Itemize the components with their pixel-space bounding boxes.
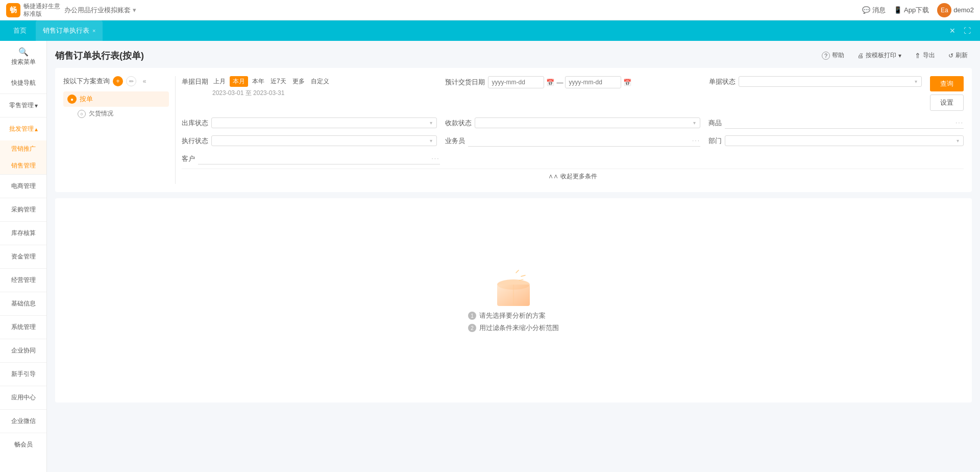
sidebar-item-newbie[interactable]: 新手引导: [0, 362, 46, 386]
tab-home[interactable]: 首页: [6, 20, 34, 41]
logo-text: 畅捷通好生意 标准版: [23, 3, 60, 17]
customer-more-icon[interactable]: ···: [432, 155, 440, 162]
edit-scheme-button[interactable]: ✏: [126, 76, 136, 86]
app-icon: 📱: [894, 6, 902, 14]
export-button[interactable]: ⇑ 导出: [911, 49, 939, 62]
out-status-select[interactable]: ▾: [211, 117, 437, 128]
sidebar-item-wechat[interactable]: 企业微信: [0, 409, 46, 433]
salesman-more-icon[interactable]: ···: [692, 137, 700, 144]
scheme-icon: ●: [67, 95, 77, 104]
goods-input[interactable]: ···: [725, 117, 964, 129]
app-download-button[interactable]: 📱 App下载: [894, 6, 929, 15]
tab-sales-order[interactable]: 销售订单执行表 ×: [36, 20, 103, 41]
tab-bar: 首页 销售订单执行表 × ✕ ⛶: [0, 20, 980, 41]
sidebar-item-system[interactable]: 系统管理: [0, 315, 46, 339]
top-bar: 畅 畅捷通好生意 标准版 办公用品行业模拟账套 ▾ 💬 消息 📱 App下载 E…: [0, 0, 980, 20]
step-1-badge: 1: [468, 312, 476, 320]
salesman-input[interactable]: ···: [468, 135, 700, 147]
refresh-icon: ↺: [948, 52, 953, 59]
sidebar-item-search[interactable]: 🔍 搜索菜单: [0, 41, 46, 73]
page-inner: 销售订单执行表(按单) ? 帮助 🖨 按模板打印 ▾ ⇑: [47, 41, 980, 411]
tab-maximize-button[interactable]: ⛶: [961, 26, 974, 36]
empty-step-2: 2 用过滤条件来缩小分析范围: [468, 323, 559, 333]
date-tab-this-year[interactable]: 本年: [250, 76, 266, 87]
print-button[interactable]: 🖨 按模板打印 ▾: [853, 49, 905, 62]
order-status-select[interactable]: ▾: [739, 76, 922, 87]
breadcrumb: 办公用品行业模拟账套 ▾: [64, 6, 136, 15]
collect-status-field: 收款状态 ▾: [445, 117, 700, 128]
sidebar-item-member[interactable]: 畅会员: [0, 433, 46, 456]
date-tab-more[interactable]: 更多: [290, 76, 307, 87]
expected-date-label: 预计交货日期: [445, 78, 485, 87]
sidebar-item-marketing[interactable]: 营销推广: [0, 140, 46, 157]
customer-input[interactable]: ···: [198, 153, 440, 164]
sidebar-item-basic[interactable]: 基础信息: [0, 292, 46, 315]
customer-label: 客户: [182, 154, 195, 163]
sidebar-item-finance[interactable]: 资金管理: [0, 245, 46, 268]
reset-button[interactable]: 设置: [930, 95, 964, 111]
message-button[interactable]: 💬 消息: [862, 6, 886, 15]
date-tabs: 上月 本月 本年 近7天 更多 自定义: [211, 76, 331, 87]
query-buttons: 查询 设置: [930, 76, 964, 111]
dept-field: 部门 ▾: [708, 135, 964, 146]
empty-illustration: [485, 265, 542, 311]
goods-more-icon[interactable]: ···: [955, 119, 964, 126]
date-field: 单据日期 上月 本月 本年 近7天 更多 自定义: [182, 76, 437, 98]
sidebar-item-purchase[interactable]: 采购管理: [0, 198, 46, 221]
collapse-up-icon: ∧∧: [548, 173, 558, 180]
collapse-scheme-button[interactable]: «: [139, 76, 150, 86]
help-button[interactable]: ? 帮助: [818, 49, 848, 62]
help-icon: ?: [822, 52, 830, 60]
filter-layout: 按以下方案查询 + ✏ « ● 按单 ○ 欠货情况: [63, 76, 964, 184]
dept-select[interactable]: ▾: [725, 135, 964, 146]
page-content: 销售订单执行表(按单) ? 帮助 🖨 按模板打印 ▾ ⇑: [47, 41, 980, 472]
sidebar-item-retail[interactable]: 零售管理 ▾: [0, 93, 46, 117]
scheme-by-order[interactable]: ● 按单: [63, 91, 169, 107]
exec-status-select[interactable]: ▾: [211, 135, 437, 146]
add-scheme-button[interactable]: +: [113, 76, 123, 86]
chevron-down-icon: ▾: [693, 120, 696, 126]
print-dropdown-icon: ▾: [898, 52, 901, 59]
date-tab-last-month[interactable]: 上月: [211, 76, 228, 87]
dept-label: 部门: [708, 136, 722, 146]
sidebar-item-inventory[interactable]: 库存核算: [0, 221, 46, 245]
refresh-button[interactable]: ↺ 刷新: [944, 49, 972, 62]
date-tab-this-month[interactable]: 本月: [230, 76, 248, 87]
salesman-field: 业务员 ···: [445, 135, 700, 147]
chevron-down-icon: ▾: [430, 138, 432, 144]
chevron-down-icon: ▾: [430, 120, 432, 126]
expected-date-group: 📅 — 📅: [488, 76, 631, 88]
avatar: Ea: [937, 3, 951, 17]
user-menu[interactable]: Ea demo2: [937, 3, 974, 17]
tab-close-icon[interactable]: ×: [92, 28, 95, 34]
date-tab-7days[interactable]: 近7天: [268, 76, 288, 87]
sidebar-item-apps[interactable]: 应用中心: [0, 386, 46, 409]
sidebar-item-ops[interactable]: 经营管理: [0, 268, 46, 292]
tab-close-window-button[interactable]: ✕: [946, 26, 959, 36]
empty-text: 1 请先选择要分析的方案 2 用过滤条件来缩小分析范围: [468, 311, 559, 336]
sidebar-item-sales[interactable]: 销售管理: [0, 157, 46, 174]
date-tab-custom[interactable]: 自定义: [309, 76, 331, 87]
scheme-by-debt[interactable]: ○ 欠货情况: [63, 107, 169, 121]
sidebar-item-enterprise[interactable]: 企业协同: [0, 339, 46, 362]
results-area: 1 请先选择要分析的方案 2 用过滤条件来缩小分析范围: [55, 198, 972, 403]
exec-status-field: 执行状态 ▾: [182, 135, 437, 146]
empty-step-1: 1 请先选择要分析的方案: [468, 311, 559, 320]
expected-date-to-input[interactable]: [565, 76, 621, 88]
goods-field: 商品 ···: [708, 117, 964, 129]
tab-bar-right: ✕ ⛶: [946, 26, 974, 36]
collect-status-select[interactable]: ▾: [475, 117, 700, 128]
sub-scheme-icon: ○: [78, 110, 86, 118]
sidebar-item-wholesale[interactable]: 批发管理 ▴: [0, 117, 46, 140]
calendar-icon-2: 📅: [623, 79, 631, 86]
sidebar-item-quicknav[interactable]: 快捷导航: [0, 73, 46, 93]
expected-date-from-input[interactable]: [488, 76, 544, 88]
collapse-filter-button[interactable]: ∧∧ 收起更多条件: [182, 169, 964, 184]
out-status-field: 出库状态 ▾: [182, 117, 437, 128]
sidebar-item-ecom[interactable]: 电商管理: [0, 174, 46, 198]
chevron-down-icon[interactable]: ▾: [133, 6, 136, 14]
query-button[interactable]: 查询: [930, 76, 964, 91]
sidebar-wholesale-sub: 营销推广 销售管理: [0, 140, 46, 174]
page-header: 销售订单执行表(按单) ? 帮助 🖨 按模板打印 ▾ ⇑: [55, 49, 972, 62]
svg-line-4: [521, 275, 525, 276]
